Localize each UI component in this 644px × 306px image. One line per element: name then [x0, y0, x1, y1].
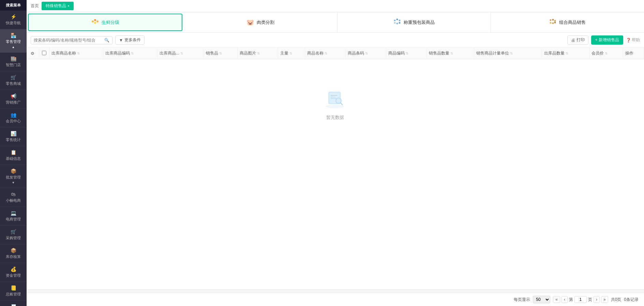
topbar-tab-close[interactable]: ×	[68, 4, 70, 8]
sidebar-item-marketing[interactable]: 📢 营销推广	[0, 90, 27, 109]
sidebar-logo: 搜索菜单	[0, 0, 27, 11]
sidebar-item-label: 总账管理	[6, 292, 21, 297]
capital-mgmt-icon: 💰	[11, 266, 16, 272]
weigh-pack-icon	[393, 18, 401, 26]
sort-icon[interactable]: ⇅	[406, 51, 408, 55]
sidebar-item-retail-mgmt[interactable]: 🏪 零售管理 ▲	[0, 29, 27, 52]
per-page-label: 每页显示	[514, 297, 530, 303]
toolbar: 🔍 ▼ 更多条件 🖨 打印 + 新增销售品 ❓ 帮助	[27, 33, 644, 48]
sort-icon[interactable]: ⇅	[219, 51, 222, 55]
page-nav: « ‹ 第 页 › »	[553, 296, 608, 303]
last-page-button[interactable]: »	[601, 296, 608, 303]
sidebar-item-label: 快捷导航	[6, 20, 21, 26]
first-page-button[interactable]: «	[553, 296, 560, 303]
sort-icon[interactable]: ⇅	[605, 51, 608, 55]
sidebar-item-general-ledger[interactable]: 📒 总账管理	[0, 282, 27, 301]
next-page-button[interactable]: ›	[594, 296, 600, 303]
filter-btn-label: 更多条件	[124, 37, 141, 43]
col-sale-qty: 销售品数量 ⇅	[427, 48, 474, 59]
filter-button[interactable]: ▼ 更多条件	[115, 35, 145, 45]
print-btn-label: 打印	[576, 37, 585, 43]
search-icon[interactable]: 🔍	[104, 38, 109, 43]
cat-tab-combo-sale[interactable]: 组合商品销售	[491, 12, 644, 32]
cat-tab-fresh-grade[interactable]: 生鲜分级	[28, 14, 182, 31]
sidebar-item-label: 小畅电商	[6, 198, 21, 203]
topbar-active-tab[interactable]: 特殊销售品 ×	[42, 2, 74, 10]
empty-row: 暂无数据	[27, 59, 644, 148]
sidebar-item-basic-info[interactable]: 📋 基础信息	[0, 146, 27, 165]
sidebar-item-label: 会员中心	[6, 119, 21, 124]
svg-point-15	[554, 22, 556, 24]
cat-tab-label: 称重预包装商品	[404, 19, 435, 26]
toolbar-right: 🖨 打印 + 新增销售品 ❓ 帮助	[567, 35, 640, 45]
select-all-checkbox[interactable]	[42, 51, 46, 55]
svg-point-12	[554, 20, 556, 22]
sort-icon[interactable]: ⇅	[450, 51, 453, 55]
settings-icon[interactable]: ⚙	[31, 51, 34, 56]
fresh-grade-icon	[91, 18, 99, 26]
add-sale-item-button[interactable]: + 新增销售品	[591, 35, 623, 45]
col-member-price: 会员价 ⇅	[589, 48, 623, 59]
help-button[interactable]: ❓ 帮助	[626, 37, 640, 43]
svg-point-14	[552, 22, 554, 24]
print-button[interactable]: 🖨 打印	[567, 35, 588, 45]
smart-store-icon: 🏬	[11, 56, 16, 61]
topbar-tab-label: 特殊销售品	[46, 3, 66, 9]
topbar-home[interactable]: 首页	[31, 3, 39, 9]
ecom-mgmt-icon: 💻	[11, 210, 16, 216]
sidebar-item-invoice-mgmt[interactable]: 🧾 发票管理	[0, 301, 27, 306]
sidebar-item-quick-nav[interactable]: ⚡ 快捷导航	[0, 11, 27, 29]
col-settings: ⚙	[27, 48, 39, 59]
svg-point-23	[336, 98, 341, 103]
combo-sale-icon	[549, 18, 556, 26]
sort-icon[interactable]: ⇅	[365, 51, 368, 55]
page-number-input[interactable]	[574, 296, 587, 303]
col-goods-name-label: 商品名称	[307, 50, 324, 56]
sidebar-item-wholesale-mgmt[interactable]: 📦 批发管理 ▼	[0, 165, 27, 188]
sidebar-item-capital-mgmt[interactable]: 💰 资金管理	[0, 263, 27, 282]
prev-page-button[interactable]: ‹	[561, 296, 568, 303]
sort-icon[interactable]: ⇅	[289, 51, 292, 55]
svg-rect-20	[331, 97, 336, 97]
search-box[interactable]: 🔍	[31, 36, 113, 44]
sidebar-item-purchase-mgmt[interactable]: 🛒 采购管理	[0, 226, 27, 244]
sidebar-item-members[interactable]: 👥 会员中心	[0, 109, 27, 127]
filter-icon: ▼	[119, 38, 123, 43]
sidebar-item-retail-stats[interactable]: 📊 零售统计	[0, 127, 27, 146]
sidebar-item-inventory[interactable]: 📦 库存核算	[0, 244, 27, 263]
per-page-select[interactable]: 50 10 20 100	[533, 296, 550, 303]
col-ops-label: 操作	[625, 51, 633, 56]
sidebar-item-label: 资金管理	[6, 273, 21, 278]
col-out-name-label: 出库商品名称	[51, 50, 76, 56]
marketing-icon: 📢	[11, 93, 16, 99]
sort-icon[interactable]: ⇅	[510, 51, 513, 55]
sort-icon[interactable]: ⇅	[566, 51, 568, 55]
sidebar-item-ecom-mgmt[interactable]: 💻 电商管理	[0, 207, 27, 226]
col-ops: 操作	[623, 48, 644, 59]
col-sale-unit: 销售商品计量单位 ⇅	[474, 48, 542, 59]
wholesale-mgmt-icon: 📦	[11, 168, 16, 174]
search-input[interactable]	[34, 38, 103, 43]
invoice-mgmt-icon: 🧾	[11, 304, 16, 306]
svg-point-0	[92, 20, 94, 22]
empty-cell: 暂无数据	[27, 59, 644, 148]
sidebar-item-mini-ecom[interactable]: 🛍 小畅电商	[0, 188, 27, 207]
col-member-price-label: 会员价	[591, 50, 604, 56]
sidebar-item-smart-store[interactable]: 🏬 智慧门店	[0, 52, 27, 71]
sidebar-item-label: 零售商城	[6, 81, 21, 86]
sort-icon[interactable]: ⇅	[77, 51, 80, 55]
sidebar-logo-text: 搜索菜单	[6, 3, 21, 8]
table-header-row: ⚙ 出库商品名称 ⇅ 出库商品编码 ⇅	[27, 48, 644, 59]
horizontal-scrollbar[interactable]	[27, 289, 644, 293]
svg-point-8	[396, 23, 398, 25]
svg-point-9	[399, 22, 400, 24]
cat-tab-meat-cut[interactable]: 🐷 肉类分割	[184, 12, 337, 32]
cat-tab-weigh-pack[interactable]: 称重预包装商品	[338, 12, 491, 32]
sort-icon[interactable]: ⇅	[180, 51, 183, 55]
sort-icon[interactable]: ⇅	[257, 51, 260, 55]
meat-cut-icon: 🐷	[246, 19, 254, 26]
col-out-qty: 出库品数量 ⇅	[542, 48, 589, 59]
sidebar-item-retail-mall[interactable]: 🛒 零售商城	[0, 71, 27, 90]
sort-icon[interactable]: ⇅	[325, 51, 327, 55]
sort-icon[interactable]: ⇅	[131, 51, 134, 55]
